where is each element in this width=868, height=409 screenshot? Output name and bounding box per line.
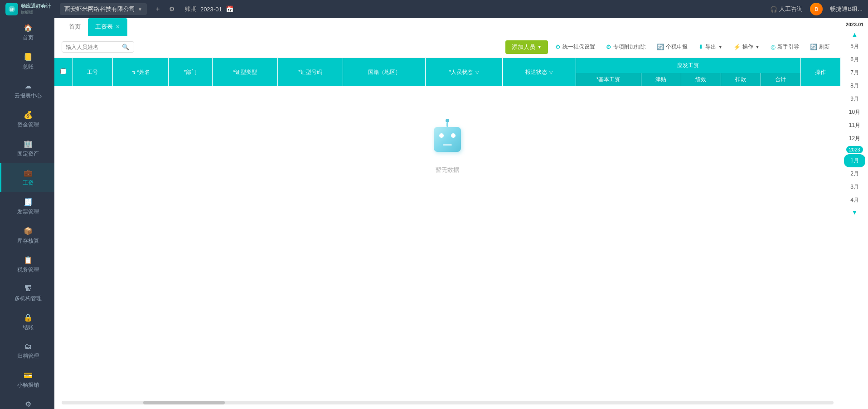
th-total: 合计 — [761, 73, 800, 86]
calendar-icon[interactable]: 📅 — [226, 5, 233, 13]
th-idno: *证型号码 — [278, 58, 343, 86]
social-security-label: 统一社保设置 — [563, 43, 595, 51]
logo-area: 好 畅应通好会计 旗舰版 — [5, 3, 60, 15]
ledger-icon: 📒 — [24, 53, 33, 61]
sidebar-item-multi_org[interactable]: 🏗 多机构管理 — [0, 279, 54, 308]
top-header: 好 畅应通好会计 旗舰版 西安虾米网络科技有限公司 ▼ ＋ ⚙ 账期 2023-… — [0, 0, 868, 18]
sidebar-item-home[interactable]: 🏠 首页 — [0, 18, 54, 47]
company-selector[interactable]: 西安虾米网络科技有限公司 ▼ — [60, 3, 147, 15]
main-layout: 🏠 首页 📒 总账 ☁ 云报表中心 💰 资金管理 🏢 固定资产 💼 工资 🧾 发… — [0, 18, 868, 409]
refresh-action[interactable]: 🔄 刷新 — [806, 41, 834, 53]
th-name[interactable]: ⇅ *姓名 — [112, 58, 168, 86]
robot-antenna — [446, 122, 448, 127]
sidebar-item-tax[interactable]: 📋 税务管理 — [0, 250, 54, 279]
th-status[interactable]: *人员状态 ▽ — [426, 58, 503, 86]
app-name: 畅应通好会计 — [21, 3, 51, 10]
sidebar-item-cloud_report[interactable]: ☁ 云报表中心 — [0, 76, 54, 105]
month-12[interactable]: 12月 — [841, 132, 868, 145]
add-employee-button[interactable]: 添加人员 ▼ — [505, 40, 548, 54]
sidebar-item-inventory[interactable]: 📦 库存核算 — [0, 221, 54, 250]
add-employee-label: 添加人员 — [512, 43, 535, 51]
service-button[interactable]: 🎧 人工咨询 — [770, 5, 803, 13]
toolbar: 🔍 添加人员 ▼ ⚙ 统一社保设置 ⚙ 专项附加扣除 🔄 个税申报 — [54, 36, 841, 58]
export-icon: ⬇ — [698, 44, 703, 50]
invoice-icon: 🧾 — [24, 198, 33, 206]
sidebar-item-archive[interactable]: 🗂 归档管理 — [0, 337, 54, 365]
name-sort-icon: ⇅ — [132, 70, 136, 75]
sidebar-label-payroll: 工资 — [23, 179, 34, 187]
empty-row: 暂无数据 — [54, 86, 841, 210]
scrollbar-area[interactable] — [54, 401, 841, 405]
sidebar-item-fixed_asset[interactable]: 🏢 固定资产 — [0, 134, 54, 163]
month-8[interactable]: 8月 — [841, 79, 868, 93]
month-3[interactable]: 3月 — [841, 180, 868, 194]
th-dept: *部门 — [168, 58, 212, 86]
settings-icon[interactable]: ⚙ — [167, 4, 178, 15]
month-7[interactable]: 7月 — [841, 66, 868, 79]
guide-action[interactable]: ◎ 新手引导 — [767, 41, 803, 53]
main-content: 首页 工资表 ✕ 🔍 添加人员 ▼ ⚙ — [54, 18, 841, 409]
sidebar-item-fund[interactable]: 💰 资金管理 — [0, 105, 54, 134]
tab-payroll[interactable]: 工资表 ✕ — [88, 18, 127, 36]
export-label: 导出 — [705, 43, 716, 51]
guide-icon: ◎ — [771, 44, 776, 50]
month-5[interactable]: 5月 — [841, 40, 868, 53]
sidebar-label-ledger: 总账 — [23, 63, 34, 71]
year-nav-up[interactable]: ▲ — [841, 29, 868, 40]
user-name[interactable]: 畅捷通B组... — [830, 5, 863, 13]
year-nav-down[interactable]: ▼ — [841, 207, 868, 218]
status-filter-icon: ▽ — [475, 70, 479, 75]
tab-close-icon[interactable]: ✕ — [116, 24, 120, 30]
operation-label: 操作 — [742, 43, 753, 51]
sidebar-item-ledger[interactable]: 📒 总账 — [0, 47, 54, 76]
tab-home[interactable]: 首页 — [62, 18, 88, 36]
month-11[interactable]: 11月 — [841, 119, 868, 132]
period-label: 账期 — [185, 5, 197, 13]
personal-tax-label: 个税申报 — [666, 43, 688, 51]
empty-icon — [429, 122, 466, 159]
sidebar-item-settings[interactable]: ⚙ 基础设置 — [0, 394, 54, 409]
payroll-table: 工号 ⇅ *姓名 *部门 *证型类型 *证型号码 国籍（地区） *人员状态 ▽ — [54, 58, 841, 210]
month-9[interactable]: 9月 — [841, 93, 868, 106]
scrollbar-thumb[interactable] — [143, 401, 225, 404]
fixed_asset-icon: 🏢 — [24, 140, 33, 148]
sidebar-item-expense[interactable]: 💳 小畅报销 — [0, 365, 54, 394]
th-payroll-wages: 应发工资 — [576, 58, 800, 73]
scrollbar-track — [62, 401, 834, 404]
tab-bar: 首页 工资表 ✕ — [54, 18, 841, 36]
th-allowance: 津贴 — [641, 73, 681, 86]
tax-icon: 📋 — [24, 256, 33, 264]
month-6[interactable]: 6月 — [841, 53, 868, 66]
select-all-checkbox[interactable] — [60, 68, 66, 74]
month-2[interactable]: 2月 — [841, 167, 868, 180]
expense-icon: 💳 — [24, 371, 33, 380]
special-deduction-action[interactable]: ⚙ 专项附加扣除 — [602, 41, 650, 53]
operation-action[interactable]: ⚡ 操作 ▼ — [730, 41, 763, 53]
month-1[interactable]: 1月 — [844, 154, 865, 167]
month-4[interactable]: 4月 — [841, 194, 868, 207]
th-report-status[interactable]: 报送状态 ▽ — [503, 58, 576, 86]
th-checkbox[interactable] — [54, 58, 73, 86]
personal-tax-icon: 🔄 — [657, 44, 664, 50]
month-10[interactable]: 10月 — [841, 106, 868, 119]
search-box[interactable]: 🔍 — [62, 41, 134, 53]
year-badge[interactable]: 2023 — [846, 146, 863, 153]
company-dropdown-icon: ▼ — [138, 7, 142, 12]
search-input[interactable] — [66, 44, 120, 50]
social-security-icon: ⚙ — [555, 44, 561, 50]
service-label: 人工咨询 — [779, 5, 803, 13]
personal-tax-action[interactable]: 🔄 个税申报 — [653, 41, 691, 53]
header-right: 🎧 人工咨询 B 畅捷通B组... — [770, 3, 863, 15]
header-actions: ＋ ⚙ — [152, 4, 178, 15]
add-icon[interactable]: ＋ — [152, 4, 163, 15]
sidebar-label-cloud_report: 云报表中心 — [15, 92, 42, 100]
robot-mouth — [443, 144, 452, 146]
sidebar-item-invoice[interactable]: 🧾 发票管理 — [0, 192, 54, 221]
report-filter-icon: ▽ — [549, 70, 553, 75]
sidebar-label-multi_org: 多机构管理 — [15, 295, 42, 302]
social-security-action[interactable]: ⚙ 统一社保设置 — [552, 41, 599, 53]
export-action[interactable]: ⬇ 导出 ▼ — [695, 41, 726, 53]
sidebar-item-close[interactable]: 🔒 结账 — [0, 308, 54, 337]
period-display: 2023.01 — [844, 20, 866, 29]
sidebar-item-payroll[interactable]: 💼 工资 — [0, 163, 54, 192]
